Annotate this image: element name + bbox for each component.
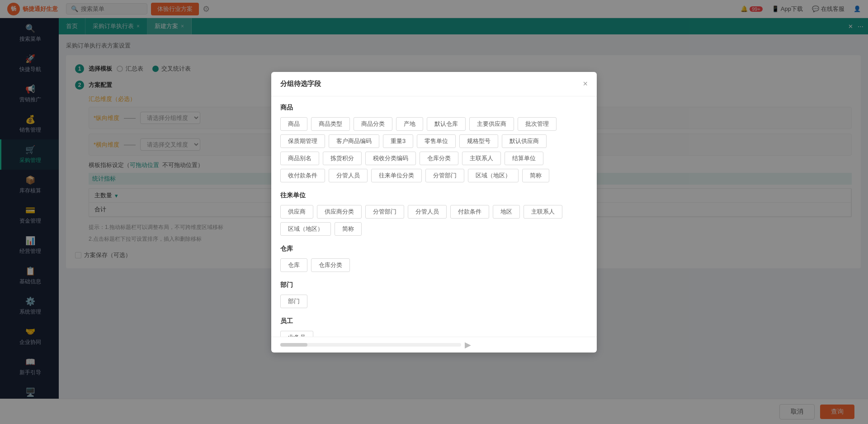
field-tag[interactable]: 仓库 bbox=[280, 258, 307, 272]
scroll-right-arrow[interactable]: ▶ bbox=[465, 340, 471, 350]
section-department-title: 部门 bbox=[280, 281, 588, 289]
modal-header: 分组待选字段 × bbox=[271, 72, 597, 96]
field-tag[interactable]: 主要供应商 bbox=[469, 117, 514, 131]
section-department: 部门 部门 bbox=[280, 281, 588, 308]
section-employee-title: 员工 bbox=[280, 317, 588, 325]
field-tag[interactable]: 重量3 bbox=[383, 134, 413, 148]
field-tag[interactable]: 区域（地区） bbox=[280, 222, 331, 236]
field-tag[interactable]: 分管部门 bbox=[365, 205, 404, 219]
section-employee-tags: 业务员 bbox=[280, 331, 588, 337]
horizontal-scroll-thumb[interactable] bbox=[280, 343, 307, 347]
field-tag[interactable]: 业务员 bbox=[280, 331, 313, 337]
section-goods-tags: 商品 商品类型 商品分类 产地 默认仓库 主要供应商 批次管理 保质期管理 客户… bbox=[280, 117, 588, 182]
field-tag[interactable]: 供应商 bbox=[280, 205, 313, 219]
section-employee: 员工 业务员 bbox=[280, 317, 588, 337]
modal-body[interactable]: 商品 商品 商品类型 商品分类 产地 默认仓库 主要供应商 批次管理 保质期管理… bbox=[271, 96, 597, 337]
section-goods-title: 商品 bbox=[280, 104, 588, 112]
field-tag[interactable]: 仓库分类 bbox=[420, 152, 458, 165]
field-tag[interactable]: 客户商品编码 bbox=[329, 134, 379, 148]
section-partner-title: 往来单位 bbox=[280, 191, 588, 200]
field-tag[interactable]: 地区 bbox=[493, 205, 520, 219]
field-tag[interactable]: 默认仓库 bbox=[427, 117, 466, 131]
field-tag[interactable]: 产地 bbox=[396, 117, 423, 131]
horizontal-scrollbar[interactable] bbox=[280, 343, 461, 347]
modal-close-button[interactable]: × bbox=[583, 79, 588, 89]
field-tag[interactable]: 主联系人 bbox=[524, 205, 562, 219]
field-tag[interactable]: 往来单位分类 bbox=[371, 169, 422, 182]
field-tag[interactable]: 保质期管理 bbox=[280, 134, 325, 148]
field-tag[interactable]: 收付款条件 bbox=[280, 169, 325, 182]
field-tag[interactable]: 仓库分类 bbox=[311, 258, 350, 272]
field-tag[interactable]: 默认供应商 bbox=[502, 134, 547, 148]
section-warehouse: 仓库 仓库 仓库分类 bbox=[280, 245, 588, 272]
field-tag[interactable]: 商品类型 bbox=[311, 117, 350, 131]
field-tag[interactable]: 简称 bbox=[522, 169, 549, 182]
section-department-tags: 部门 bbox=[280, 295, 588, 308]
field-tag[interactable]: 结算单位 bbox=[505, 152, 543, 165]
modal-hscroll-bar: ▶ bbox=[271, 337, 597, 353]
modal-title: 分组待选字段 bbox=[280, 80, 321, 88]
field-tag[interactable]: 主联系人 bbox=[462, 152, 501, 165]
section-partner-tags: 供应商 供应商分类 分管部门 分管人员 付款条件 地区 主联系人 区域（地区） … bbox=[280, 205, 588, 236]
field-tag[interactable]: 区域（地区） bbox=[468, 169, 519, 182]
modal-overlay: 分组待选字段 × 商品 商品 商品类型 商品分类 产地 默认仓库 主要供应商 批… bbox=[0, 0, 868, 424]
section-warehouse-tags: 仓库 仓库分类 bbox=[280, 258, 588, 272]
section-partner: 往来单位 供应商 供应商分类 分管部门 分管人员 付款条件 地区 主联系人 区域… bbox=[280, 191, 588, 236]
field-tag[interactable]: 商品别名 bbox=[280, 152, 319, 165]
field-tag[interactable]: 简称 bbox=[335, 222, 362, 236]
field-tag[interactable]: 付款条件 bbox=[450, 205, 489, 219]
field-tag[interactable]: 供应商分类 bbox=[317, 205, 362, 219]
field-tag[interactable]: 规格型号 bbox=[459, 134, 498, 148]
field-tag[interactable]: 分管部门 bbox=[425, 169, 464, 182]
field-tag[interactable]: 零售单位 bbox=[417, 134, 456, 148]
field-tag[interactable]: 商品分类 bbox=[354, 117, 392, 131]
field-tag[interactable]: 批次管理 bbox=[518, 117, 557, 131]
field-tag[interactable]: 分管人员 bbox=[408, 205, 447, 219]
field-tag[interactable]: 拣货积分 bbox=[323, 152, 362, 165]
section-goods: 商品 商品 商品类型 商品分类 产地 默认仓库 主要供应商 批次管理 保质期管理… bbox=[280, 104, 588, 182]
field-tag[interactable]: 分管人员 bbox=[329, 169, 368, 182]
section-warehouse-title: 仓库 bbox=[280, 245, 588, 253]
field-tag[interactable]: 部门 bbox=[280, 295, 307, 308]
field-tag[interactable]: 税收分类编码 bbox=[365, 152, 416, 165]
field-tag[interactable]: 商品 bbox=[280, 117, 307, 131]
field-selection-modal: 分组待选字段 × 商品 商品 商品类型 商品分类 产地 默认仓库 主要供应商 批… bbox=[271, 72, 597, 353]
